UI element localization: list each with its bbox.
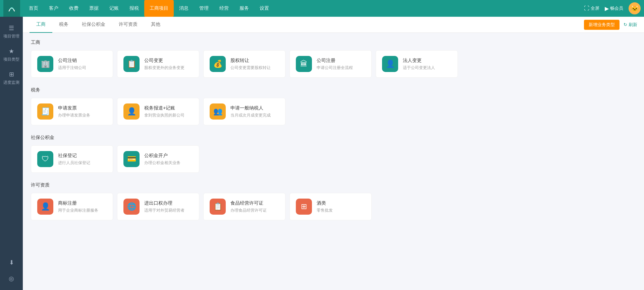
card-desc-2-1: 办理公积金相关业务 [144,160,193,166]
card-2-1[interactable]: 💳公积金开户办理公积金相关业务 [117,145,199,173]
cards-grid-3: 👤商标注册用于企业商标注册服务🌐进出口权办理适用于对外贸易经营者📋食品经营许可证… [31,193,636,220]
card-desc-3-3: 零售批发 [317,208,365,213]
fullscreen-label: 全屏 [591,5,599,11]
refresh-button[interactable]: ↻ 刷新 [624,22,637,28]
nav-item-工商项目[interactable]: 工商项目 [144,0,174,17]
main-layout: ☰ 项目管理 ★ 项目类型 ⊞ 进度监测 ⬇ ◎ 工商税务社保公积金许可资质其他… [0,17,644,290]
card-3-0[interactable]: 👤商标注册用于企业商标注册服务 [31,193,113,220]
card-icon-0-0: 🏢 [37,56,53,72]
card-title-1-0: 申请发票 [58,105,107,111]
card-3-3[interactable]: ⊞酒类零售批发 [289,193,372,220]
card-desc-3-2: 办理食品经营许可证 [230,208,279,213]
card-info-0-4: 法人变更适于公司变更法人 [403,58,451,71]
nav-item-服务[interactable]: 服务 [234,0,254,17]
nav-item-记账[interactable]: 记账 [104,0,124,17]
nav-item-管理[interactable]: 管理 [194,0,214,17]
card-0-4[interactable]: 👤法人变更适于公司变更法人 [376,50,458,78]
card-0-2[interactable]: 💰股权转让公司变更需要股权转让 [203,50,285,78]
card-info-0-3: 公司注册申请公司注册全流程 [317,58,365,71]
card-icon-3-3: ⊞ [296,199,312,215]
sidebar-label-progress-monitor: 进度监测 [3,80,19,85]
sidebar-item-project-type[interactable]: ★ 项目类型 [0,43,23,66]
download-icon: ⬇ [7,259,15,267]
card-desc-3-0: 用于企业商标注册服务 [58,208,107,213]
nav-item-报税[interactable]: 报税 [124,0,144,17]
nav-right: ⛶ 全屏 ▶ 畅会员 🐱 [584,2,641,14]
sidebar-settings-button[interactable]: ◎ [0,271,23,287]
card-title-1-2: 申请一般纳税人 [230,105,279,111]
list-icon: ☰ [7,24,15,32]
card-icon-2-0: 🛡 [37,151,53,167]
nav-item-票据[interactable]: 票据 [84,0,104,17]
nav-item-客户[interactable]: 客户 [44,0,64,17]
card-icon-0-4: 👤 [382,56,398,72]
nav-items-list: 首页客户收费票据记账报税工商项目消息管理经营服务设置 [23,0,584,17]
tab-社保公积金[interactable]: 社保公积金 [75,17,112,33]
card-icon-1-0: 🧾 [37,103,53,120]
sidebar-item-progress-monitor[interactable]: ⊞ 进度监测 [0,66,23,89]
card-info-0-2: 股权转让公司变更需要股权转让 [230,58,279,71]
card-icon-3-2: 📋 [210,199,226,215]
section-title-2: 社保公积金 [31,135,636,141]
tab-许可资质[interactable]: 许可资质 [112,17,144,33]
sidebar-download-button[interactable]: ⬇ [0,255,23,271]
card-title-0-2: 股权转让 [230,58,279,64]
content-scroll[interactable]: 工商🏢公司注销适用于注销公司📋公司变更股权变更外的业务变更💰股权转让公司变更需要… [23,33,644,290]
card-info-0-1: 公司变更股权变更外的业务变更 [144,58,193,71]
cards-grid-2: 🛡社保登记进行人员社保登记💳公积金开户办理公积金相关业务 [31,145,636,173]
grid-icon: ⊞ [7,70,15,78]
card-title-1-1: 税务报道+记账 [144,105,193,111]
card-info-1-0: 申请发票办理申请发票业务 [58,105,107,118]
card-0-0[interactable]: 🏢公司注销适用于注销公司 [31,50,113,78]
nav-item-首页[interactable]: 首页 [23,0,44,17]
card-info-0-0: 公司注销适用于注销公司 [58,58,107,71]
nav-item-消息[interactable]: 消息 [174,0,194,17]
card-title-2-0: 社保登记 [58,153,107,159]
card-desc-1-0: 办理申请发票业务 [58,113,107,118]
sidebar-item-project-management[interactable]: ☰ 项目管理 [0,20,23,43]
card-title-3-1: 进出口权办理 [144,200,193,206]
card-0-3[interactable]: 🏛公司注册申请公司注册全流程 [289,50,372,78]
card-icon-3-1: 🌐 [123,199,140,215]
card-icon-0-2: 💰 [210,56,226,72]
card-1-2[interactable]: 👥申请一般纳税人当月或次月成变更完成 [203,98,285,125]
card-2-0[interactable]: 🛡社保登记进行人员社保登记 [31,145,113,173]
card-info-3-2: 食品经营许可证办理食品经营许可证 [230,200,279,213]
section-title-0: 工商 [31,40,636,46]
tab-actions: 新增业务类型↻ 刷新 [584,20,637,30]
tab-其他[interactable]: 其他 [144,17,167,33]
new-type-button[interactable]: 新增业务类型 [584,20,620,30]
card-icon-3-0: 👤 [37,199,53,215]
card-title-0-3: 公司注册 [317,58,365,64]
fullscreen-button[interactable]: ⛶ 全屏 [584,5,599,11]
card-desc-0-0: 适用于注销公司 [58,65,107,71]
card-info-2-0: 社保登记进行人员社保登记 [58,153,107,166]
card-icon-0-3: 🏛 [296,56,312,72]
nav-item-设置[interactable]: 设置 [254,0,274,17]
cards-grid-0: 🏢公司注销适用于注销公司📋公司变更股权变更外的业务变更💰股权转让公司变更需要股权… [31,50,636,78]
card-info-3-1: 进出口权办理适用于对外贸易经营者 [144,200,193,213]
card-info-1-1: 税务报道+记账拿到营业执照的新公司 [144,105,193,118]
card-3-2[interactable]: 📋食品经营许可证办理食品经营许可证 [203,193,285,220]
card-title-2-1: 公积金开户 [144,153,193,159]
tab-工商[interactable]: 工商 [30,17,52,33]
nav-item-收费[interactable]: 收费 [64,0,84,17]
card-desc-2-0: 进行人员社保登记 [58,160,107,166]
tab-税务[interactable]: 税务 [52,17,75,33]
vip-button[interactable]: ▶ 畅会员 [605,5,623,12]
card-title-0-0: 公司注销 [58,58,107,64]
card-desc-0-1: 股权变更外的业务变更 [144,65,193,71]
content-area: 工商税务社保公积金许可资质其他 新增业务类型↻ 刷新 工商🏢公司注销适用于注销公… [23,17,644,290]
card-1-0[interactable]: 🧾申请发票办理申请发票业务 [31,98,113,125]
card-3-1[interactable]: 🌐进出口权办理适用于对外贸易经营者 [117,193,199,220]
card-title-0-1: 公司变更 [144,58,193,64]
card-desc-0-2: 公司变更需要股权转让 [230,65,279,71]
top-navigation: 首页客户收费票据记账报税工商项目消息管理经营服务设置 ⛶ 全屏 ▶ 畅会员 🐱 [0,0,644,17]
card-desc-0-3: 申请公司注册全流程 [317,65,365,71]
section-title-3: 许可资质 [31,182,636,188]
card-0-1[interactable]: 📋公司变更股权变更外的业务变更 [117,50,199,78]
card-desc-1-1: 拿到营业执照的新公司 [144,113,193,118]
nav-item-经营[interactable]: 经营 [214,0,234,17]
card-1-1[interactable]: 👤税务报道+记账拿到营业执照的新公司 [117,98,199,125]
card-icon-1-2: 👥 [210,103,226,120]
